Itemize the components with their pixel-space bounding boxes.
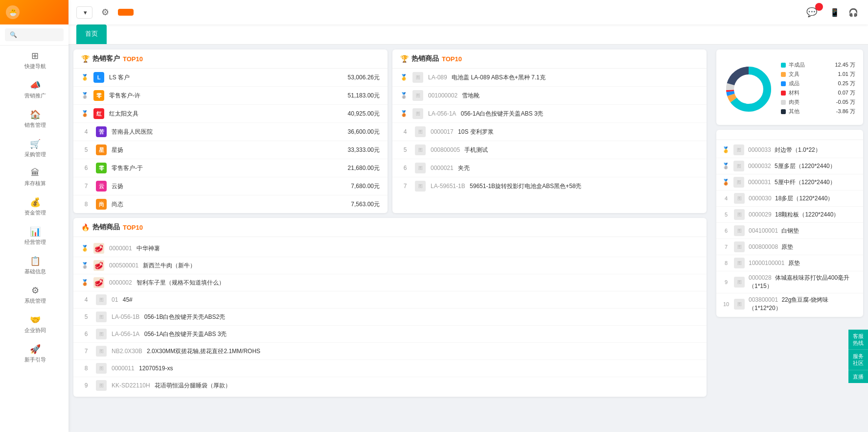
settings-button[interactable]: ⚙ — [97, 4, 113, 20]
system-title-dropdown[interactable]: ▾ — [76, 6, 92, 19]
customer-avatar: 云 — [96, 181, 107, 192]
tab-首页[interactable]: 首页 — [76, 24, 107, 44]
customer-name: 零售客户-于 — [112, 164, 343, 172]
customer-avatar: 苦 — [96, 126, 107, 137]
nav-icon: 📊 — [30, 226, 41, 237]
product-code: 0000029 — [749, 211, 772, 218]
sidebar-item-系统管理[interactable]: ⚙系统管理 — [0, 280, 69, 310]
product-thumb: 图 — [412, 108, 423, 119]
sidebar-item-资金管理[interactable]: 💰资金管理 — [0, 192, 69, 221]
product-code: NB2.0X30B — [112, 348, 142, 355]
medal-icon: 🥈 — [400, 92, 408, 99]
float-btn-客服热线[interactable]: 客服 热线 — [848, 330, 868, 350]
hot-product-item: 9 图 KK-SD22110H 花语萌恒温分腿睡袋（厚款） — [73, 377, 707, 394]
product-info: 001000002 雪地靴 — [428, 92, 699, 100]
new-products-list: 🥇 图 0000033 封边带（1.0*22） 🥈 图 0000032 5厘多层… — [716, 140, 863, 317]
legend-name: 肉类 — [789, 98, 833, 106]
product-name: 004100001 白钢垫 — [749, 227, 857, 235]
product-thumb: 图 — [96, 312, 107, 322]
new-products-card: 🥇 图 0000033 封边带（1.0*22） 🥈 图 0000032 5厘多层… — [716, 130, 863, 317]
sidebar-item-新手引导[interactable]: 🚀新手引导 — [0, 339, 69, 368]
rank-num: 8 — [81, 365, 91, 372]
product-code: 0000031 — [748, 179, 771, 186]
sidebar-item-销售管理[interactable]: 🏠销售管理 — [0, 104, 69, 134]
top-product-right-item: 🥉 图 LA-056-1A 056-1A白色按键开关盖ABS 3壳 — [392, 105, 707, 123]
inventory-chart-label — [716, 121, 863, 125]
product-code: 0000021 — [431, 165, 454, 171]
legend-dot — [781, 109, 786, 114]
product-info: LA-056-1B 056-1B白色按键开关壳ABS2壳 — [112, 313, 699, 321]
nav-icon: 🚀 — [30, 344, 41, 355]
product-name: 夹壳 — [458, 165, 470, 171]
float-btn-直播[interactable]: 直播 — [848, 370, 868, 383]
search-menu-button[interactable]: 🔍 — [5, 28, 64, 41]
nav-icon: 🛒 — [30, 139, 41, 149]
customer-list-item: 6 零 零售客户-于 21,680.00元 — [73, 159, 388, 177]
product-code: LA-056-1B — [112, 313, 139, 320]
sidebar-item-基础信息[interactable]: 📋基础信息 — [0, 251, 69, 280]
product-info: 000800005 手机测试 — [431, 146, 699, 154]
product-thumb: 图 — [734, 258, 745, 268]
product-thumb: 图 — [415, 163, 426, 173]
top-customers-header: 🏆 热销客户 TOP10 — [73, 49, 388, 69]
rank-num: 6 — [81, 331, 91, 337]
rank-num: 7 — [400, 183, 410, 190]
hot-product-item: 🥇 🥩 0000001 中华神薯 — [73, 240, 707, 257]
app-download-button[interactable]: 📱 — [830, 8, 842, 17]
customer-amount: 53,006.26元 — [348, 73, 380, 82]
product-thumb: 图 — [96, 346, 107, 357]
product-name: 0000032 5厘多层（1220*2440） — [748, 162, 857, 170]
product-thumb: 图 — [733, 144, 744, 155]
rank-num: 5 — [722, 212, 730, 217]
logo-icon: 🐣 — [6, 5, 20, 19]
nav-label: 基础信息 — [24, 268, 46, 275]
customer-name: 云扬 — [112, 182, 346, 191]
legend-name: 半成品 — [789, 61, 832, 69]
try-plan-button[interactable] — [118, 9, 134, 16]
customer-name: 红太阳文具 — [109, 110, 343, 118]
rank-num: 7 — [81, 183, 91, 190]
product-info: 0000011 12070519-xs — [112, 365, 699, 372]
product-label: 封边带（1.0*22） — [775, 146, 821, 153]
sidebar-item-采购管理[interactable]: 🛒采购管理 — [0, 134, 69, 163]
product-name: 雪地靴 — [462, 92, 480, 99]
hot-products-subtitle: TOP10 — [123, 224, 143, 231]
medal-icon: 🥉 — [81, 110, 89, 117]
customer-name: LS 客户 — [109, 73, 343, 82]
product-code: LA-59651-1B — [431, 183, 465, 190]
sidebar-item-快捷导航[interactable]: ⊞快捷导航 — [0, 46, 69, 75]
notifications-button[interactable]: 💬 — [806, 7, 819, 18]
legend-dot — [781, 63, 786, 68]
online-service-button[interactable]: 🎧 — [848, 8, 860, 17]
product-thumb: 图 — [734, 193, 745, 204]
nav-label: 快捷导航 — [24, 63, 46, 70]
rank-num: 5 — [81, 313, 91, 320]
nav-icon: ⚙ — [31, 285, 39, 296]
nav-label: 库存核算 — [24, 180, 46, 187]
top-products-right-header: 🏆 热销商品 TOP10 — [392, 49, 707, 69]
sidebar-item-企业协同[interactable]: 🤝企业协同 — [0, 310, 69, 339]
product-thumb: 图 — [412, 90, 423, 101]
rank-num: 4 — [81, 296, 91, 303]
product-name: 手机测试 — [464, 146, 488, 153]
product-code: 003800001 — [749, 296, 778, 303]
hot-product-item: 4 图 01 45# — [73, 291, 707, 309]
inventory-card: 半成品 12.45 万 文具 1.01 万 成品 0.25 万 材料 0.07 … — [716, 49, 863, 125]
customer-list-item: 4 苦 苦南县人民医院 36,600.00元 — [73, 123, 388, 141]
new-product-item: 4 图 0000030 18多层（1220*2440） — [716, 191, 863, 207]
header-actions: 💬 📱 🎧 — [806, 7, 860, 18]
product-code: 0000032 — [748, 163, 771, 169]
sidebar-item-经营管理[interactable]: 📊经营管理 — [0, 221, 69, 251]
top-products-right-subtitle: TOP10 — [442, 55, 462, 63]
product-thumb: 图 — [733, 177, 744, 188]
legend-dot — [781, 81, 786, 86]
top-customers-title: 热销客户 — [92, 54, 120, 63]
legend-value: -3.86 万 — [836, 108, 855, 115]
sidebar-item-营销推广[interactable]: 📣营销推广 — [0, 75, 69, 104]
medal-icon: 🥈 — [81, 92, 89, 99]
product-code: 0000030 — [749, 195, 772, 202]
float-btn-服务社区[interactable]: 服务 社区 — [848, 350, 868, 370]
legend-value: 0.07 万 — [838, 89, 855, 96]
customer-amount: 33,333.00元 — [348, 146, 380, 154]
sidebar-item-库存核算[interactable]: 🏛库存核算 — [0, 163, 69, 192]
